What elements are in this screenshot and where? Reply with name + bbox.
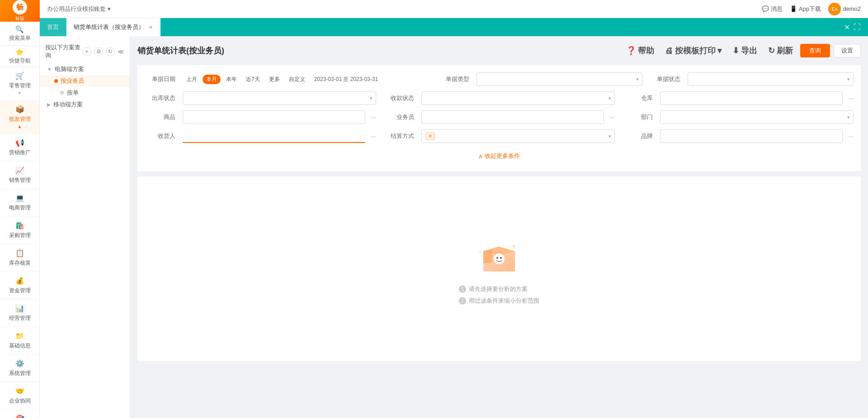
brand-label: 品牌: [622, 132, 653, 140]
refresh-button[interactable]: ↻ 刷新: [764, 43, 797, 58]
receiver-label: 收货人: [145, 132, 175, 140]
settings-button[interactable]: 设置: [834, 44, 861, 57]
doc-type-select[interactable]: [476, 72, 642, 86]
out-status-field[interactable]: ▾: [183, 91, 376, 105]
brand-more-icon[interactable]: ···: [848, 133, 854, 140]
sidebar-item-finance[interactable]: 💰 资金管理: [0, 272, 39, 299]
department-select[interactable]: [660, 110, 854, 124]
warehouse-input[interactable]: [660, 91, 843, 105]
tree-node-mobile-plan[interactable]: ▶ 移动端方案: [40, 99, 130, 110]
finance-icon: 💰: [15, 276, 24, 285]
sidebar-search[interactable]: 🔍 搜索菜单: [0, 22, 39, 46]
left-panel-actions: + ⚙ ↻ ≪: [82, 47, 124, 56]
inventory-icon: 📋: [15, 249, 24, 257]
tab-maximize-icon[interactable]: ⛶: [854, 23, 861, 31]
query-button[interactable]: 查询: [800, 44, 830, 57]
sidebar-quick-nav[interactable]: ⭐ 快捷导航: [0, 46, 39, 67]
payment-status-select[interactable]: [421, 91, 615, 105]
breadcrumb-dropdown[interactable]: 办公用品行业模拟账套 ▾: [47, 5, 111, 13]
receiver-more-icon[interactable]: ···: [371, 133, 376, 140]
sidebar-item-marketing[interactable]: 📢 营销推广: [0, 134, 39, 162]
salesperson-more-icon[interactable]: ···: [609, 114, 615, 121]
sidebar-item-inventory[interactable]: 📋 库存核算: [0, 244, 39, 272]
doc-status-field[interactable]: ▾: [688, 72, 854, 86]
collapse-panel-button[interactable]: ≪: [118, 48, 124, 55]
print-dropdown-icon: ▾: [717, 46, 722, 56]
goods-more-icon[interactable]: ···: [371, 114, 376, 121]
out-status-label: 出库状态: [145, 94, 175, 102]
settlement-tag-close[interactable]: ×: [429, 133, 432, 139]
last7-btn[interactable]: 近7天: [242, 75, 264, 84]
settlement-field[interactable]: × ▾: [421, 129, 615, 143]
salesperson-input[interactable]: [421, 110, 604, 124]
sidebar-item-wholesale[interactable]: 📦 批发管理 ▲: [0, 100, 39, 134]
tree-node-pc-plan[interactable]: ▼ 电脑端方案: [40, 63, 130, 75]
page-title-actions: ❓ 帮助 🖨 按模板打印 ▾ ⬇ 导出 ↻ 刷新: [623, 43, 861, 58]
brand-input[interactable]: [660, 129, 843, 143]
tab-close-icon[interactable]: ✕: [149, 24, 153, 30]
svg-point-4: [496, 257, 498, 259]
filter-row-3: 商品 ··· 业务员 ··· 部门 ▾: [145, 110, 854, 124]
sidebar-item-sales[interactable]: 📈 销售管理: [0, 162, 39, 189]
add-plan-button[interactable]: +: [82, 47, 91, 56]
goods-input[interactable]: [183, 110, 365, 124]
tree-sub-by-order[interactable]: ⚙ 按单: [40, 87, 130, 99]
doc-type-field[interactable]: ▾: [476, 72, 642, 86]
more-btn[interactable]: 更多: [265, 75, 283, 84]
sidebar-item-operations[interactable]: 📊 经营管理: [0, 299, 39, 327]
warehouse-more-icon[interactable]: ···: [848, 95, 854, 102]
sidebar-item-guide[interactable]: 🎯 新手引导: [0, 410, 39, 418]
tip-text-2: 用过滤条件来缩小分析范围: [469, 295, 539, 307]
payment-status-field[interactable]: ▾: [421, 91, 615, 105]
doc-status-select[interactable]: [688, 72, 854, 86]
sidebar-item-basic[interactable]: 📁 基础信息: [0, 327, 39, 355]
brand-field: ···: [660, 129, 854, 143]
message-icon: 💬: [762, 5, 769, 12]
sidebar-item-system[interactable]: ⚙️ 系统管理: [0, 355, 39, 382]
tab-sales-stat[interactable]: 销货单统计表（按业务员） ✕: [66, 18, 160, 36]
help-button[interactable]: ❓ 帮助: [623, 43, 658, 58]
department-field[interactable]: ▾: [660, 110, 854, 124]
last-month-btn[interactable]: 上月: [183, 75, 201, 84]
collapse-left-icon: ≪: [118, 48, 124, 55]
collapse-more-button[interactable]: ∧ 收起更多条件: [145, 148, 854, 164]
collapse-label: 收起更多条件: [485, 152, 520, 160]
page-title-row: 销货单统计表(按业务员) ❓ 帮助 🖨 按模板打印 ▾ ⬇ 导出: [137, 43, 861, 58]
sales-icon: 📈: [15, 166, 24, 175]
active-dot-icon: [54, 79, 58, 83]
tab-close-window-icon[interactable]: ✕: [844, 23, 850, 32]
print-icon: 🖨: [665, 46, 673, 56]
app-download-button[interactable]: 📱 App下载: [790, 5, 821, 13]
out-status-select[interactable]: [183, 91, 376, 105]
tree-child-by-salesperson-label: 按业务员: [61, 77, 84, 85]
export-icon: ⬇: [732, 46, 739, 56]
export-button[interactable]: ⬇ 导出: [729, 43, 761, 58]
main-area: 办公用品行业模拟账套 ▾ 💬 消息 📱 App下载 Ea demo2 首页: [40, 0, 868, 418]
topbar-right: 💬 消息 📱 App下载 Ea demo2: [762, 3, 861, 15]
template-print-button[interactable]: 🖨 按模板打印 ▾: [661, 43, 725, 58]
basic-icon: 📁: [15, 332, 24, 340]
message-button[interactable]: 💬 消息: [762, 5, 783, 13]
settings-plan-button[interactable]: ⚙: [94, 47, 103, 56]
user-profile[interactable]: Ea demo2: [828, 3, 861, 15]
custom-btn[interactable]: 自定义: [285, 75, 309, 84]
sidebar-item-ecommerce[interactable]: 💻 电商管理: [0, 189, 39, 217]
sidebar-item-retail[interactable]: 🛒 零售管理 ▾: [0, 67, 39, 100]
tab-home[interactable]: 首页: [40, 18, 66, 36]
tree-child-by-salesperson[interactable]: 按业务员: [40, 75, 130, 87]
refresh-plan-button[interactable]: ↻: [106, 47, 115, 56]
receiver-input[interactable]: [183, 129, 365, 143]
collapse-up-icon: ∧: [478, 153, 483, 160]
date-field: 上月 本月 本年 近7天 更多 自定义 2023-03-01 至 2023-03…: [183, 75, 431, 84]
tree-sub-icon: ⚙: [60, 90, 64, 96]
this-year-btn[interactable]: 本年: [222, 75, 241, 84]
sidebar-item-purchase[interactable]: 🛍️ 采购管理: [0, 217, 39, 244]
this-month-btn[interactable]: 本月: [203, 75, 221, 84]
settlement-select[interactable]: ×: [421, 129, 615, 143]
sidebar-item-enterprise[interactable]: 🤝 企业协同: [0, 382, 39, 410]
salesperson-label: 业务员: [383, 113, 414, 121]
warehouse-label: 仓库: [622, 94, 653, 102]
right-panel: 销货单统计表(按业务员) ❓ 帮助 🖨 按模板打印 ▾ ⬇ 导出: [130, 36, 868, 418]
settlement-tag: ×: [425, 132, 435, 140]
logo[interactable]: 畅 标版: [0, 0, 40, 22]
